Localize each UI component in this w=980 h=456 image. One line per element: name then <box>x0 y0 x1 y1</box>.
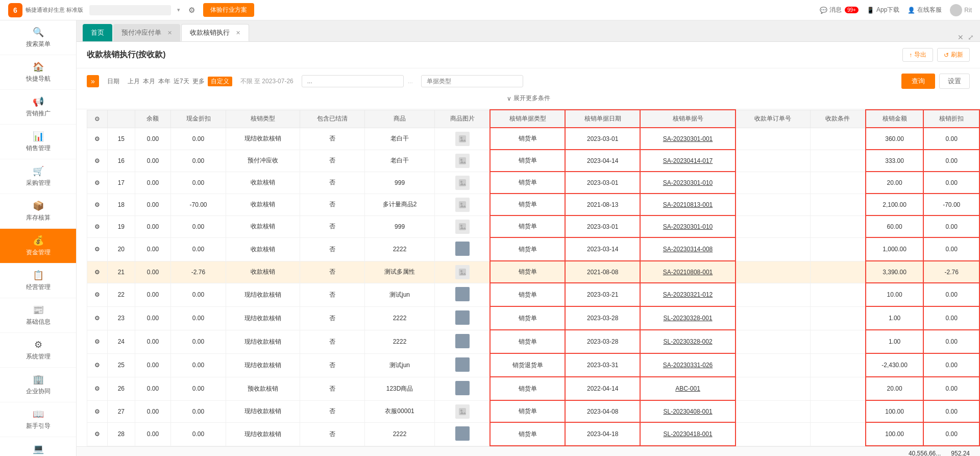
cell-voucher-type: 销货单 <box>490 194 565 215</box>
cell-gear[interactable]: ⚙ <box>87 400 108 422</box>
svg-point-13 <box>460 410 462 412</box>
cell-voucher-no[interactable]: SL-20230408-001 <box>640 400 736 422</box>
tab-close-window-icon[interactable]: ✕ <box>958 33 964 41</box>
cell-gear[interactable]: ⚙ <box>87 422 108 446</box>
cell-voucher-type: 销货单 <box>490 261 565 283</box>
query-button[interactable]: 查询 <box>901 74 935 89</box>
date-option-more[interactable]: 更多 <box>192 77 205 86</box>
expand-more-btn[interactable]: ∨ 展开更多条件 <box>507 94 550 103</box>
sidebar-label-enterprise: 企业协同 <box>26 387 51 396</box>
date-option-last-month[interactable]: 上月 <box>128 77 140 86</box>
cell-seq: 27 <box>108 400 135 422</box>
cell-gear[interactable]: ⚙ <box>87 330 108 353</box>
cell-voucher-type: 销货退货单 <box>490 353 565 377</box>
table-row: ⚙ 19 0.00 0.00 收款核销 否 999 销货单 2023-03-01… <box>87 215 980 237</box>
cell-voucher-no[interactable]: SA-20230301-001 <box>640 128 736 150</box>
cell-balance: 0.00 <box>135 172 170 194</box>
product-img-placeholder <box>455 176 470 190</box>
cell-product-img <box>435 353 491 377</box>
sidebar-item-smart-hw[interactable]: 💻 智能硬件 <box>0 437 76 456</box>
message-btn[interactable]: 💬 消息 99+ <box>820 6 859 14</box>
app-icon: 📱 <box>867 7 874 14</box>
refresh-button[interactable]: ↺ 刷新 <box>937 48 970 62</box>
sidebar-item-system[interactable]: ⚙ 系统管理 <box>0 333 76 368</box>
cell-cash-discount: 0.00 <box>171 283 226 306</box>
cell-gear[interactable]: ⚙ <box>87 261 108 283</box>
sidebar-item-sales[interactable]: 📊 销售管理 <box>0 125 76 159</box>
cell-voucher-no[interactable]: SA-20230331-026 <box>640 353 736 377</box>
filter-row-main: » 日期 上月 本月 本年 近7天 更多 自定义 不限 至 2023-07-26… <box>87 74 970 89</box>
cell-voucher-no[interactable]: SL-20230328-001 <box>640 306 736 330</box>
date-option-this-month[interactable]: 本月 <box>143 77 155 86</box>
export-button[interactable]: ↑ 导出 <box>902 48 933 62</box>
cell-gear[interactable]: ⚙ <box>87 194 108 215</box>
date-option-7days[interactable]: 近7天 <box>174 77 189 86</box>
table-row: ⚙ 21 0.00 -2.76 收款核销 否 测试多属性 销货单 2021-08… <box>87 261 980 283</box>
cell-voucher-no[interactable]: SA-20210813-001 <box>640 194 736 215</box>
sidebar-item-base[interactable]: 📰 基础信息 <box>0 298 76 333</box>
tab-receipt-write-off[interactable]: 收款核销执行 ✕ <box>181 24 249 41</box>
sidebar-item-search-menu[interactable]: 🔍 搜索菜单 <box>0 20 76 55</box>
cell-voucher-date: 2022-04-14 <box>565 377 640 400</box>
cell-include-settled: 否 <box>300 150 365 172</box>
cell-voucher-no[interactable]: SA-20210808-001 <box>640 261 736 283</box>
cell-product: 测试多属性 <box>365 261 435 283</box>
cell-voucher-type: 销货单 <box>490 377 565 400</box>
cell-voucher-no[interactable]: SA-20230301-010 <box>640 215 736 237</box>
table-header-row: ⚙ 余额 现金折扣 核销类型 包含已结清 商品 商品图片 核销单据类型 核销单据… <box>87 110 980 128</box>
cell-product: 2222 <box>365 237 435 261</box>
col-header-include-settled: 包含已结清 <box>300 110 365 128</box>
date-custom-btn[interactable]: 自定义 <box>208 77 232 86</box>
cell-voucher-no[interactable]: ABC-001 <box>640 377 736 400</box>
cell-voucher-no[interactable]: SL-20230418-001 <box>640 422 736 446</box>
sidebar-item-enterprise[interactable]: 🏢 企业协同 <box>0 368 76 402</box>
cell-receipt-order-no <box>736 215 810 237</box>
col-header-gear[interactable]: ⚙ <box>87 110 108 128</box>
tab-prepay-close-icon[interactable]: ✕ <box>167 30 172 36</box>
chevron-down-icon[interactable]: ▾ <box>177 7 180 13</box>
sidebar-item-inventory[interactable]: 📦 库存核算 <box>0 194 76 229</box>
sidebar-item-purchase[interactable]: 🛒 采购管理 <box>0 159 76 194</box>
cell-receipt-condition <box>810 330 866 353</box>
cell-voucher-no[interactable]: SA-20230414-017 <box>640 150 736 172</box>
cell-gear[interactable]: ⚙ <box>87 283 108 306</box>
sidebar-label-search-menu: 搜索菜单 <box>26 40 51 49</box>
sidebar-item-marketing[interactable]: 📢 营销推广 <box>0 90 76 125</box>
cell-voucher-no[interactable]: SA-20230314-008 <box>640 237 736 261</box>
product-img-placeholder <box>455 220 470 234</box>
cell-gear[interactable]: ⚙ <box>87 353 108 377</box>
filter-expand-button[interactable]: » <box>87 75 99 87</box>
search-icon: 🔍 <box>33 27 44 38</box>
cell-gear[interactable]: ⚙ <box>87 306 108 330</box>
date-option-this-year[interactable]: 本年 <box>158 77 170 86</box>
app-download-label: App下载 <box>876 6 899 14</box>
sidebar-item-fund[interactable]: 💰 资金管理 <box>0 229 76 263</box>
cell-voucher-type: 销货单 <box>490 172 565 194</box>
cell-voucher-no[interactable]: SL-20230328-002 <box>640 330 736 353</box>
voucher-type-select[interactable] <box>421 75 523 87</box>
tab-prepay[interactable]: 预付冲应付单 ✕ <box>113 24 180 41</box>
sidebar-item-quick-nav[interactable]: 🏠 快捷导航 <box>0 55 76 90</box>
tab-home[interactable]: 首页 <box>83 24 112 41</box>
sidebar-item-guide[interactable]: 📖 新手引导 <box>0 402 76 437</box>
app-download-btn[interactable]: 📱 App下载 <box>867 6 899 14</box>
tab-expand-icon[interactable]: ⤢ <box>968 33 974 41</box>
top-search-input[interactable] <box>89 5 171 15</box>
cell-gear[interactable]: ⚙ <box>87 150 108 172</box>
partner-input[interactable] <box>302 75 404 87</box>
online-service-btn[interactable]: 👤 在线客服 <box>908 6 942 14</box>
cell-gear[interactable]: ⚙ <box>87 128 108 150</box>
cell-gear[interactable]: ⚙ <box>87 377 108 400</box>
cell-gear[interactable]: ⚙ <box>87 215 108 237</box>
user-info[interactable]: Rit <box>950 4 972 16</box>
settings-button[interactable]: 设置 <box>939 74 970 89</box>
sidebar-item-ops[interactable]: 📋 经营管理 <box>0 263 76 298</box>
tab-receipt-write-off-close-icon[interactable]: ✕ <box>236 30 240 36</box>
cell-gear[interactable]: ⚙ <box>87 237 108 261</box>
industry-btn[interactable]: 体验行业方案 <box>203 3 254 17</box>
cell-gear[interactable]: ⚙ <box>87 172 108 194</box>
cell-voucher-no[interactable]: SA-20230301-010 <box>640 172 736 194</box>
cell-write-off-amount: 3,390.00 <box>866 261 924 283</box>
gear-icon[interactable]: ⚙ <box>188 6 195 15</box>
cell-voucher-no[interactable]: SA-20230321-012 <box>640 283 736 306</box>
